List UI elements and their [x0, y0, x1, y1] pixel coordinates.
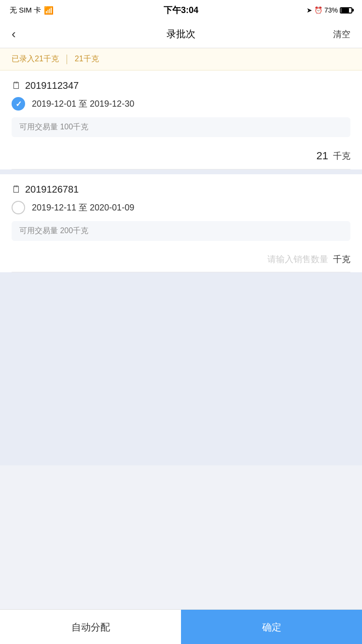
location-icon: ➤	[306, 6, 312, 14]
info-label: 已录入21千克	[12, 54, 59, 64]
carrier-label: 无 SIM 卡	[10, 6, 41, 15]
batch2-radio[interactable]	[12, 201, 25, 214]
battery-percent: 73%	[324, 6, 338, 14]
battery-fill	[341, 8, 349, 13]
empty-area	[0, 272, 362, 465]
info-value: 21千克	[75, 54, 99, 64]
bottom-bar: 自动分配 确定	[0, 609, 362, 644]
alarm-icon: ⏰	[314, 6, 322, 14]
status-left: 无 SIM 卡 📶	[10, 6, 54, 15]
section-separator-1	[0, 169, 362, 174]
battery-bar	[340, 7, 352, 14]
batch1-availability: 可用交易量 100千克	[12, 117, 350, 137]
batch1-number: 2019112347	[25, 80, 79, 91]
confirm-button[interactable]: 确定	[181, 610, 362, 644]
back-button[interactable]: ‹	[12, 27, 16, 42]
auto-distribute-button[interactable]: 自动分配	[0, 610, 181, 644]
clear-button[interactable]: 清空	[333, 28, 350, 40]
batch2-quantity-placeholder: 请输入销售数量	[267, 253, 328, 265]
batch2-doc-icon: 🗒	[12, 184, 21, 195]
batch1-header: 🗒 2019112347	[12, 80, 350, 91]
batch2-quantity-row: 请输入销售数量 千克	[12, 249, 350, 272]
wifi-icon: 📶	[44, 6, 54, 15]
status-bar: 无 SIM 卡 📶 下午3:04 ➤ ⏰ 73%	[0, 0, 362, 20]
nav-bar: ‹ 录批次 清空	[0, 20, 362, 48]
batch2-date-row[interactable]: 2019-12-11 至 2020-01-09	[12, 201, 350, 214]
batch2-date-range: 2019-12-11 至 2020-01-09	[32, 202, 134, 213]
batch2-card: 🗒 2019126781 2019-12-11 至 2020-01-09 可用交…	[0, 174, 362, 272]
batch2-header: 🗒 2019126781	[12, 184, 350, 195]
batch1-date-row[interactable]: 2019-12-01 至 2019-12-30	[12, 97, 350, 111]
status-right: ➤ ⏰ 73%	[306, 6, 352, 14]
batch2-number: 2019126781	[25, 184, 79, 195]
batch2-unit: 千克	[333, 253, 350, 265]
batch2-availability-text: 可用交易量 200千克	[19, 226, 88, 235]
batch1-doc-icon: 🗒	[12, 80, 21, 91]
batch1-card: 🗒 2019112347 2019-12-01 至 2019-12-30 可用交…	[0, 70, 362, 169]
info-banner: 已录入21千克 21千克	[0, 48, 362, 70]
status-time: 下午3:04	[164, 4, 198, 16]
batch1-radio[interactable]	[12, 97, 25, 111]
batch2-availability: 可用交易量 200千克	[12, 221, 350, 241]
batch1-quantity-row: 千克	[12, 145, 350, 169]
page-title: 录批次	[167, 28, 195, 41]
batch1-date-range: 2019-12-01 至 2019-12-30	[32, 98, 134, 110]
batch1-availability-text: 可用交易量 100千克	[19, 123, 88, 131]
info-divider	[67, 55, 67, 64]
batch1-unit: 千克	[333, 150, 350, 162]
batch1-quantity-input[interactable]	[290, 150, 328, 162]
